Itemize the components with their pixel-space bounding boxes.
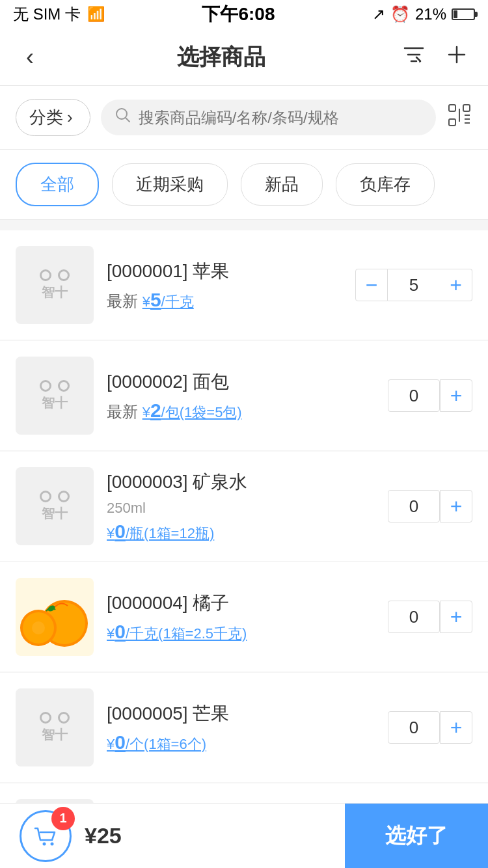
product-name: [0000004] 橘子	[107, 591, 375, 616]
quantity-increase-button[interactable]: +	[440, 490, 472, 522]
product-name: [0000003] 矿泉水	[107, 470, 375, 495]
add-button[interactable]	[445, 43, 468, 72]
quantity-control: +	[388, 711, 472, 744]
product-info: [0000003] 矿泉水 250ml ¥0/瓶(1箱=12瓶)	[107, 470, 375, 543]
cart-badge: 1	[51, 807, 75, 830]
quantity-increase-button[interactable]: +	[440, 601, 472, 633]
quantity-increase-button[interactable]: +	[440, 711, 472, 744]
battery-icon	[452, 8, 475, 20]
svg-line-0	[416, 57, 420, 61]
quantity-input[interactable]	[388, 490, 440, 522]
product-thumbnail: 智十	[16, 246, 94, 324]
status-right: ↗ ⏰ 21%	[372, 5, 475, 23]
tab-recent[interactable]: 近期采购	[112, 163, 228, 206]
list-item: 智十 [0000005] 芒果 ¥0/个(1箱=6个) +	[0, 673, 488, 782]
nav-bar: ‹ 选择商品	[0, 29, 488, 86]
svg-rect-3	[449, 105, 455, 111]
page-title: 选择商品	[177, 42, 265, 72]
svg-point-14	[32, 621, 45, 634]
list-item: 智十 [0000003] 矿泉水 250ml ¥0/瓶(1箱=12瓶) +	[0, 452, 488, 561]
category-label: 分类	[29, 106, 63, 129]
quantity-input[interactable]	[388, 379, 440, 412]
status-left: 无 SIM 卡 📶	[13, 4, 105, 25]
product-info: [0000002] 面包 最新 ¥2/包(1袋=5包)	[107, 370, 375, 422]
quantity-control: +	[388, 379, 472, 412]
product-name: [0000001] 苹果	[107, 259, 342, 284]
bottom-bar: 1 ¥25 选好了	[0, 803, 488, 868]
product-price: ¥0/千克(1箱=2.5千克)	[107, 621, 375, 644]
product-spec: 250ml	[107, 500, 375, 517]
list-item: 智十 [0000002] 面包 最新 ¥2/包(1袋=5包) +	[0, 341, 488, 450]
quantity-input[interactable]	[388, 711, 440, 744]
search-icon	[114, 106, 132, 129]
status-bar: 无 SIM 卡 📶 下午6:08 ↗ ⏰ 21%	[0, 0, 488, 29]
nav-actions	[402, 43, 468, 72]
status-time: 下午6:08	[202, 2, 275, 27]
quantity-input[interactable]	[388, 269, 440, 301]
svg-rect-5	[449, 119, 455, 126]
filter-tabs: 全部 近期采购 新品 负库存	[0, 150, 488, 220]
orange-image	[19, 581, 90, 653]
product-name: [0000002] 面包	[107, 370, 375, 394]
quantity-input[interactable]	[388, 601, 440, 633]
location-icon: ↗	[372, 5, 385, 23]
cart-area: 1 ¥25	[0, 810, 345, 862]
cart-total: ¥25	[85, 823, 122, 848]
battery-percent: 21%	[415, 5, 446, 23]
quantity-decrease-button[interactable]: −	[355, 269, 388, 301]
wifi-icon: 📶	[87, 6, 105, 23]
product-thumbnail: 智十	[16, 467, 94, 545]
product-info: [0000004] 橘子 ¥0/千克(1箱=2.5千克)	[107, 591, 375, 644]
product-info: [0000005] 芒果 ¥0/个(1箱=6个)	[107, 701, 375, 754]
quantity-control: +	[388, 601, 472, 633]
owl-placeholder-icon: 智十	[29, 708, 81, 747]
category-chevron-icon: ›	[67, 107, 73, 128]
scan-icon[interactable]	[446, 102, 472, 133]
category-button[interactable]: 分类 ›	[16, 99, 90, 136]
svg-point-16	[43, 842, 46, 845]
quantity-increase-button[interactable]: +	[440, 269, 472, 301]
svg-point-1	[419, 61, 420, 62]
product-price: ¥0/个(1箱=6个)	[107, 731, 375, 754]
search-input-wrap	[101, 100, 436, 135]
confirm-button[interactable]: 选好了	[345, 804, 488, 869]
tab-new[interactable]: 新品	[241, 163, 323, 206]
list-item: 智十 [0000001] 苹果 最新 ¥5/千克 − +	[0, 230, 488, 340]
product-price: ¥0/瓶(1箱=12瓶)	[107, 521, 375, 543]
owl-placeholder-icon: 智十	[29, 265, 81, 305]
quantity-control: +	[388, 490, 472, 522]
product-thumbnail: 智十	[16, 688, 94, 766]
svg-point-17	[51, 842, 54, 845]
owl-placeholder-icon: 智十	[29, 487, 81, 526]
carrier-label: 无 SIM 卡	[13, 4, 81, 25]
list-item: [0000004] 橘子 ¥0/千克(1箱=2.5千克) +	[0, 562, 488, 671]
product-price: 最新 ¥5/千克	[107, 289, 342, 312]
quantity-control: − +	[355, 269, 472, 301]
owl-placeholder-icon: 智十	[29, 376, 81, 415]
search-input[interactable]	[139, 109, 423, 127]
svg-rect-4	[463, 105, 470, 111]
product-price: 最新 ¥2/包(1袋=5包)	[107, 400, 375, 422]
product-name: [0000005] 芒果	[107, 701, 375, 726]
cart-button[interactable]: 1	[20, 810, 72, 862]
product-info: [0000001] 苹果 最新 ¥5/千克	[107, 259, 342, 312]
filter-button[interactable]	[402, 43, 426, 72]
product-thumbnail	[16, 578, 94, 656]
alarm-icon: ⏰	[390, 5, 410, 23]
tab-negative[interactable]: 负库存	[336, 163, 435, 206]
tab-all[interactable]: 全部	[16, 163, 99, 206]
back-button[interactable]: ‹	[20, 37, 40, 77]
search-bar: 分类 ›	[0, 86, 488, 150]
product-list: 智十 [0000001] 苹果 最新 ¥5/千克 − + 智十	[0, 230, 488, 868]
product-thumbnail: 智十	[16, 357, 94, 435]
quantity-increase-button[interactable]: +	[440, 379, 472, 412]
